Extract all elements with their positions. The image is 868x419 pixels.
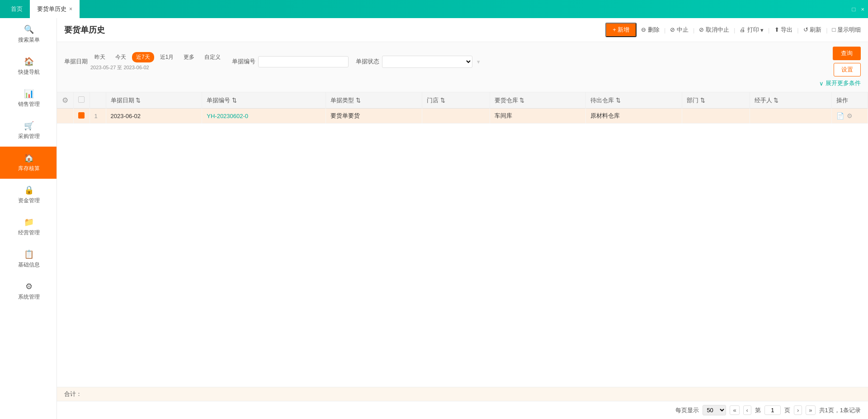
col-doc-date-label: 单据日期	[111, 97, 134, 104]
export-label: ⬆ 导出	[774, 26, 793, 34]
per-page-select[interactable]: 50 10 20 100	[703, 405, 726, 415]
row-department-cell	[682, 109, 750, 124]
cancel-stop-button[interactable]: ⊘ 取消中止	[699, 26, 729, 34]
row-num-cell: 1	[90, 109, 106, 124]
divider1: |	[664, 27, 665, 33]
cancel-stop-label: ⊘ 取消中止	[699, 26, 729, 34]
last-page-btn[interactable]: »	[806, 405, 815, 415]
row-doc-type-cell: 要货单要货	[326, 109, 422, 124]
col-doc-number[interactable]: 单据编号 ⇅	[202, 92, 326, 109]
tab-bar: 首页 要货单历史 ×	[4, 0, 852, 18]
sidebar-item-basic-info[interactable]: 📋 基础信息	[0, 243, 57, 275]
restore-icon[interactable]: □	[852, 6, 856, 13]
col-store[interactable]: 门店 ⇅	[422, 92, 490, 109]
row-edit-icon[interactable]: 📄	[836, 112, 844, 119]
filter-area: 单据日期 昨天 今天 近7天 近1月 更多 自定义 2023-05-27 至 2…	[57, 42, 868, 92]
show-detail-button[interactable]: □ 显示明细	[832, 26, 861, 34]
prev-page-btn[interactable]: ‹	[743, 405, 751, 415]
sidebar-item-system[interactable]: ⚙ 系统管理	[0, 275, 57, 307]
row-handler-cell	[750, 109, 831, 124]
sidebar-item-purchase[interactable]: 🛒 采购管理	[0, 114, 57, 147]
query-button[interactable]: 查询	[833, 47, 861, 60]
divider4: |	[768, 27, 769, 33]
delete-button[interactable]: ⊖ 删除	[641, 26, 660, 34]
col-actions-label: 操作	[836, 97, 848, 104]
row-settings-cell	[57, 109, 73, 124]
col-pending-warehouse-label: 待出仓库	[590, 97, 614, 104]
sidebar-quicknav-label: 快捷导航	[18, 68, 40, 76]
tab-requisition-history[interactable]: 要货单历史 ×	[30, 0, 80, 18]
divider5: |	[797, 27, 798, 33]
doc-number-label: 单据编号	[232, 57, 255, 66]
expand-conditions-btn[interactable]: ∨ 展开更多条件	[819, 79, 861, 87]
doc-number-input[interactable]	[258, 56, 349, 67]
export-button[interactable]: ⬆ 导出	[774, 26, 793, 34]
col-settings[interactable]: ⚙	[57, 92, 73, 109]
filter-expand-row: ∨ 展开更多条件	[64, 79, 861, 87]
col-handler[interactable]: 经手人 ⇅	[750, 92, 831, 109]
query-area: 查询 设置	[833, 47, 861, 76]
date-range-display: 2023-05-27 至 2023-06-02	[90, 64, 225, 71]
col-department[interactable]: 部门 ⇅	[682, 92, 750, 109]
row-checkbox[interactable]	[78, 112, 85, 119]
sidebar-item-sales[interactable]: 📊 销售管理	[0, 82, 57, 114]
print-button[interactable]: 🖨 打印 ▾	[740, 26, 764, 34]
sidebar-item-finance[interactable]: 🔒 资金管理	[0, 179, 57, 211]
quick-btn-1month[interactable]: 近1月	[156, 52, 178, 62]
tab-home[interactable]: 首页	[4, 0, 30, 18]
search-icon: 🔍	[24, 24, 34, 34]
column-settings-icon[interactable]: ⚙	[62, 96, 68, 104]
doc-number-filter-group: 单据编号	[232, 56, 349, 67]
doc-status-select[interactable]	[382, 56, 472, 68]
new-button[interactable]: + 新增	[605, 23, 637, 37]
row-more-icon[interactable]: ⚙	[847, 112, 853, 119]
tab-close-icon[interactable]: ×	[69, 6, 72, 12]
sidebar-operations-label: 经营管理	[18, 229, 40, 237]
col-req-warehouse[interactable]: 要货仓库 ⇅	[490, 92, 586, 109]
select-all-checkbox[interactable]	[78, 96, 85, 103]
page-suffix: 页	[784, 406, 790, 414]
stop-button[interactable]: ⊘ 中止	[670, 26, 689, 34]
quick-btn-more[interactable]: 更多	[179, 52, 198, 62]
inventory-icon: 🏠	[24, 153, 34, 163]
doc-status-filter-group: 单据状态 ▾	[356, 56, 826, 68]
main-layout: 🔍 搜索菜单 🏠 快捷导航 📊 销售管理 🛒 采购管理 🏠 库存核算 🔒 资金管…	[0, 18, 868, 419]
stop-label: ⊘ 中止	[670, 26, 689, 34]
refresh-button[interactable]: ↺ 刷新	[803, 26, 822, 34]
quick-btn-custom[interactable]: 自定义	[200, 52, 225, 62]
page-label: 第	[755, 406, 761, 414]
next-page-btn[interactable]: ›	[794, 405, 802, 415]
quick-btn-today[interactable]: 今天	[111, 52, 130, 62]
table-body: 1 2023-06-02 YH-20230602-0 要货单要货 车间库 原材料…	[57, 109, 868, 124]
first-page-btn[interactable]: «	[730, 405, 739, 415]
doc-number-link[interactable]: YH-20230602-0	[207, 113, 248, 119]
divider3: |	[734, 27, 735, 33]
table-header-row: ⚙ 单据日期 ⇅ 单据编号 ⇅ 单据类型 ⇅	[57, 92, 868, 109]
print-dropdown-icon: ▾	[760, 27, 764, 33]
col-department-label: 部门	[687, 97, 698, 104]
show-detail-label: □ 显示明细	[832, 26, 861, 34]
doc-icon: 📋	[24, 249, 34, 259]
quick-btn-7days[interactable]: 近7天	[132, 52, 154, 62]
col-doc-type-label: 单据类型	[330, 97, 354, 104]
sidebar-item-inventory[interactable]: 🏠 库存核算	[0, 147, 57, 179]
col-doc-date[interactable]: 单据日期 ⇅	[106, 92, 202, 109]
quick-btn-yesterday[interactable]: 昨天	[90, 52, 109, 62]
sidebar-search-label: 搜索菜单	[18, 36, 40, 44]
row-check-cell	[73, 109, 90, 124]
close-icon[interactable]: ×	[861, 6, 864, 13]
total-label: 合计：	[64, 390, 82, 398]
sidebar-item-search-menu[interactable]: 🔍 搜索菜单	[0, 18, 57, 50]
setting-button[interactable]: 设置	[834, 63, 861, 76]
sidebar-item-quick-nav[interactable]: 🏠 快捷导航	[0, 50, 57, 82]
sidebar-item-operations[interactable]: 📁 经营管理	[0, 211, 57, 243]
folder-icon: 📁	[24, 217, 34, 227]
page-number-input[interactable]	[764, 405, 781, 415]
top-bar-right: □ ×	[852, 6, 864, 13]
col-pending-warehouse[interactable]: 待出仓库 ⇅	[586, 92, 682, 109]
col-doc-number-label: 单据编号	[207, 97, 230, 104]
col-doc-type[interactable]: 单据类型 ⇅	[326, 92, 422, 109]
table-footer: 合计：	[57, 387, 868, 401]
status-dropdown-arrow: ▾	[477, 58, 480, 65]
total-info: 共1页，1条记录	[819, 406, 861, 414]
